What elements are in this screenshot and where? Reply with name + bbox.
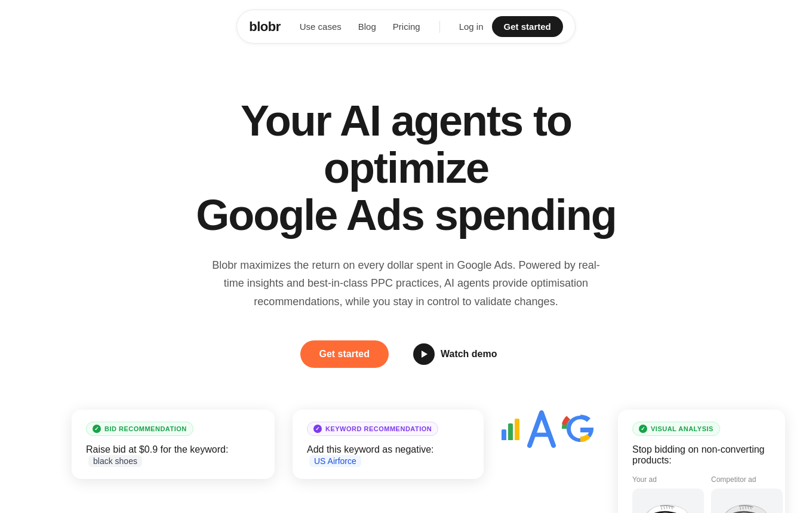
visual-badge-check-icon: ✓ [639, 425, 647, 433]
competitor-ad-shoe-svg [711, 492, 783, 513]
ad-comparison: Your ad [632, 475, 771, 513]
nav-blog[interactable]: Blog [358, 21, 376, 32]
hero-watch-demo-button[interactable]: Watch demo [398, 334, 512, 374]
competitor-ad-label: Competitor ad [711, 475, 783, 484]
bid-recommendation-card: ✓ BID RECOMMENDATION Raise bid at $0.9 f… [72, 410, 275, 479]
your-ad-image [632, 489, 704, 513]
google-logo-area [502, 410, 600, 449]
keyword-tag: black shoes [88, 455, 142, 467]
keyword-recommendation-card: ✓ KEYWORD RECOMMENDATION Add this keywor… [293, 410, 484, 479]
competitor-ad-col: Competitor ad [711, 475, 783, 513]
visual-card-text: Stop bidding on non-converting products: [632, 444, 771, 466]
nav-use-cases[interactable]: Use cases [300, 21, 342, 32]
your-ad-label: Your ad [632, 475, 704, 484]
visual-analysis-card: ✓ VISUAL ANALYSIS Stop bidding on non-co… [618, 410, 785, 513]
keyword-badge: ✓ KEYWORD RECOMMENDATION [307, 422, 438, 436]
login-button[interactable]: Log in [459, 21, 484, 32]
keyword-negative-tag: US Airforce [309, 455, 361, 467]
hero-title: Your AI agents to optimize Google Ads sp… [161, 97, 651, 239]
badge-check-icon: ✓ [93, 425, 101, 433]
hero-subtitle: Blobr maximizes the return on every doll… [203, 256, 609, 311]
bid-badge: ✓ BID RECOMMENDATION [86, 422, 193, 436]
bid-card-text: Raise bid at $0.9 for the keyword: black… [86, 444, 260, 467]
nav-actions: Log in Get started [459, 16, 563, 37]
cards-section: ✓ BID RECOMMENDATION Raise bid at $0.9 f… [48, 410, 764, 513]
nav-wrapper: blobr Use cases Blog Pricing Log in Get … [0, 0, 812, 44]
google-ads-icon [527, 410, 556, 449]
nav-divider [439, 21, 440, 33]
play-icon [413, 343, 435, 365]
keyword-badge-check-icon: ✓ [313, 425, 322, 433]
hero-actions: Get started Watch demo [161, 334, 651, 374]
google-icons [502, 410, 600, 449]
hero-section: Your AI agents to optimize Google Ads sp… [149, 44, 663, 410]
logo[interactable]: blobr [249, 19, 281, 35]
visual-badge: ✓ VISUAL ANALYSIS [632, 422, 720, 436]
google-g-icon [561, 410, 600, 449]
keyword-card-text: Add this keyword as negative: US Airforc… [307, 444, 469, 467]
competitor-ad-image [711, 489, 783, 513]
your-ad-col: Your ad [632, 475, 704, 513]
navbar: blobr Use cases Blog Pricing Log in Get … [236, 10, 576, 44]
chart-bars-icon [502, 419, 519, 440]
your-ad-shoe-svg [632, 492, 704, 513]
hero-get-started-button[interactable]: Get started [300, 340, 389, 368]
nav-links: Use cases Blog Pricing [300, 21, 420, 32]
nav-get-started-button[interactable]: Get started [492, 16, 563, 37]
nav-pricing[interactable]: Pricing [393, 21, 420, 32]
